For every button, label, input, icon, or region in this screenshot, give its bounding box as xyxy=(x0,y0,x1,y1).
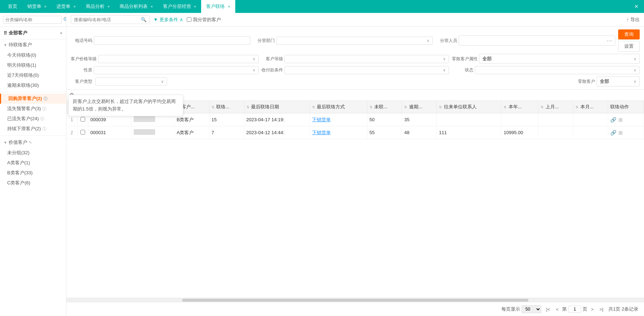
customer-type: A类客户 xyxy=(174,126,209,139)
nav-tab-home[interactable]: 首页 xyxy=(3,0,22,13)
th-last-contact-date[interactable]: ⇅ 最后联络日期 xyxy=(244,101,310,113)
sidebar-item-a-class[interactable]: A类客户(1) xyxy=(0,158,66,168)
action-icons: 🔗 ⊞ xyxy=(610,130,641,136)
collapse-icon[interactable]: « xyxy=(60,30,62,36)
sidebar-item-c-class[interactable]: C类客户(6) xyxy=(0,178,66,188)
link-icon[interactable]: 🔗 xyxy=(610,117,616,123)
price-grade-select[interactable]: ∨ xyxy=(98,55,259,63)
row-checkbox[interactable] xyxy=(80,130,85,135)
scrollbar-thumb[interactable] xyxy=(182,299,529,302)
sidebar-item-abnormal-repurchase[interactable]: 回购异常客户(2) ⓘ xyxy=(0,94,66,104)
sort-icon: ⇅ xyxy=(541,105,543,109)
more-conditions-button[interactable]: ▼ 更多条件 ∧ xyxy=(153,16,183,23)
th-current-year[interactable]: ⇅ 本年... xyxy=(501,101,538,113)
sidebar-item-tomorrow-contact[interactable]: 明天待联络(1) xyxy=(0,60,66,70)
last-page-button[interactable]: >| xyxy=(597,306,606,313)
sidebar-item-lost-customers[interactable]: 已流失客户(24) ⓘ xyxy=(0,114,66,124)
close-icon[interactable]: × xyxy=(228,4,230,9)
filter-bar: 🔍 ▼ 更多条件 ∧ 我分管的客户 ↑ 导出 xyxy=(66,13,644,27)
filter-customer-grade: 客户等级 ∨ xyxy=(261,55,449,63)
nav-tab-customer-segment[interactable]: 客户分层经营 × xyxy=(158,0,201,13)
sidebar-item-b-class[interactable]: B类客户(33) xyxy=(0,168,66,178)
sidebar-all-customers[interactable]: ⠿ 全部客户 « xyxy=(0,27,66,39)
prev-page-button[interactable]: < xyxy=(554,306,561,313)
per-page-select[interactable]: 50 10 20 100 xyxy=(522,305,541,313)
last-contact-date: 2023-04-12 14:44: xyxy=(244,126,310,139)
sidebar-item-declining-customers[interactable]: 持续下滑客户(2) ⓘ xyxy=(0,124,66,134)
search-icon[interactable]: 🔍 xyxy=(63,17,66,23)
close-all-button[interactable]: × xyxy=(631,3,641,10)
filter-dept: 分管部门 ∨ xyxy=(253,37,433,45)
status-select[interactable]: ∨ xyxy=(475,66,640,74)
filter-price-grade: 客户价格等级 ∨ xyxy=(71,55,259,63)
first-page-button[interactable]: |< xyxy=(544,306,552,313)
sidebar-group-value-customers[interactable]: ▼ 价值客户 ✎ xyxy=(0,137,66,148)
sort-icon: ⇅ xyxy=(370,105,372,109)
my-customers-checkbox[interactable] xyxy=(187,17,191,22)
nav-tab-purchase[interactable]: 进货单 × xyxy=(51,0,80,13)
close-icon[interactable]: × xyxy=(107,4,110,9)
filter-search-input[interactable] xyxy=(74,17,139,22)
nav-tab-customer-contact[interactable]: 客户联络 × xyxy=(201,0,235,13)
th-last-month[interactable]: ⇅ 上月... xyxy=(538,101,573,113)
nav-tab-analysis[interactable]: 商品分析 × xyxy=(81,0,115,13)
sidebar-group-pending-contact[interactable]: ▼ 待联络客户 xyxy=(0,39,66,50)
sidebar-search-input[interactable] xyxy=(3,16,62,24)
contact-person xyxy=(437,113,501,126)
close-icon[interactable]: × xyxy=(44,4,46,9)
manager-select[interactable]: ··· xyxy=(459,36,615,46)
sidebar-item-today-contact[interactable]: 今天待联络(0) xyxy=(0,50,66,60)
gender-select[interactable]: ∨ xyxy=(94,66,259,74)
settings-button[interactable]: 设置 xyxy=(618,41,640,52)
dept-select[interactable]: ∨ xyxy=(276,37,433,45)
customer-grade-select[interactable]: ∨ xyxy=(284,55,449,63)
row-checkbox[interactable] xyxy=(80,117,85,122)
horizontal-scrollbar[interactable] xyxy=(66,298,644,302)
close-icon[interactable]: × xyxy=(73,4,75,9)
th-contact-person[interactable]: ⇅ 往来单位联系人 xyxy=(437,101,501,113)
sidebar-item-overdue-contact[interactable]: 逾期未联络(30) xyxy=(0,80,66,90)
retail-attr-select[interactable]: 全部 ∨ xyxy=(479,54,640,64)
sidebar-item-churn-warning[interactable]: 流失预警客户(3) ⓘ xyxy=(0,104,66,114)
sidebar-item-7day-contact[interactable]: 近7天待联络(0) xyxy=(0,70,66,80)
sort-icon: ⇅ xyxy=(212,105,214,109)
sort-icon: ⇅ xyxy=(404,105,407,109)
page-number-input[interactable] xyxy=(568,306,581,313)
chevron-down-icon: ∨ xyxy=(443,68,446,72)
search-icon[interactable]: 🔍 xyxy=(141,17,147,22)
chevron-down-icon: ∨ xyxy=(252,57,255,61)
more-icon[interactable]: ··· xyxy=(607,37,612,44)
export-button[interactable]: ↑ 导出 xyxy=(627,16,640,23)
th-overdue[interactable]: ⇅ 逾期... xyxy=(402,101,437,113)
overdue-days: 48 xyxy=(402,126,437,139)
phone-input[interactable] xyxy=(94,36,250,45)
uncontacted-days: 55 xyxy=(367,126,402,139)
uncontacted-days: 50 xyxy=(367,113,402,126)
link-icon[interactable]: 🔗 xyxy=(610,130,616,136)
grid-icon[interactable]: ⊞ xyxy=(618,117,623,123)
grid-icon[interactable]: ⊞ xyxy=(618,130,623,136)
my-customers-checkbox-label[interactable]: 我分管的客户 xyxy=(187,16,221,23)
sidebar-item-ungrouped[interactable]: 未分组(32) xyxy=(0,148,66,158)
th-uncontacted[interactable]: ⇅ 未联... xyxy=(367,101,402,113)
edit-icon[interactable]: ✎ xyxy=(29,140,32,145)
filter-search-box: 🔍 xyxy=(71,15,150,24)
retail-customer-select[interactable]: 全部 ∨ xyxy=(597,76,640,86)
last-contact-method: 下销货单 xyxy=(310,126,367,139)
sidebar: 🔍 ⠿ 全部客户 « ▼ 待联络客户 今天待联络(0) 明天待联络(1) 近7天… xyxy=(0,13,66,316)
row-checkbox-cell xyxy=(77,126,88,139)
query-button[interactable]: 查询 xyxy=(618,29,640,39)
nav-tab-sales[interactable]: 销货单 × xyxy=(22,0,51,13)
contact-method-link[interactable]: 下销货单 xyxy=(312,117,331,122)
last-contact-date: 2023-04-17 14:19: xyxy=(244,113,310,126)
close-icon[interactable]: × xyxy=(150,4,153,9)
th-current-month[interactable]: ⇅ 本月... xyxy=(573,101,608,113)
th-contact-count[interactable]: ⇅ 联络... xyxy=(209,101,244,113)
contact-method-link[interactable]: 下销货单 xyxy=(312,130,331,135)
next-page-button[interactable]: > xyxy=(589,306,596,313)
close-icon[interactable]: × xyxy=(194,4,196,9)
th-last-contact-method[interactable]: ⇅ 最后联络方式 xyxy=(310,101,367,113)
payment-select[interactable]: ∨ xyxy=(284,66,449,74)
customer-type-select[interactable]: ∨ xyxy=(95,77,167,86)
nav-tab-analysis-list[interactable]: 商品分析列表 × xyxy=(115,0,158,13)
